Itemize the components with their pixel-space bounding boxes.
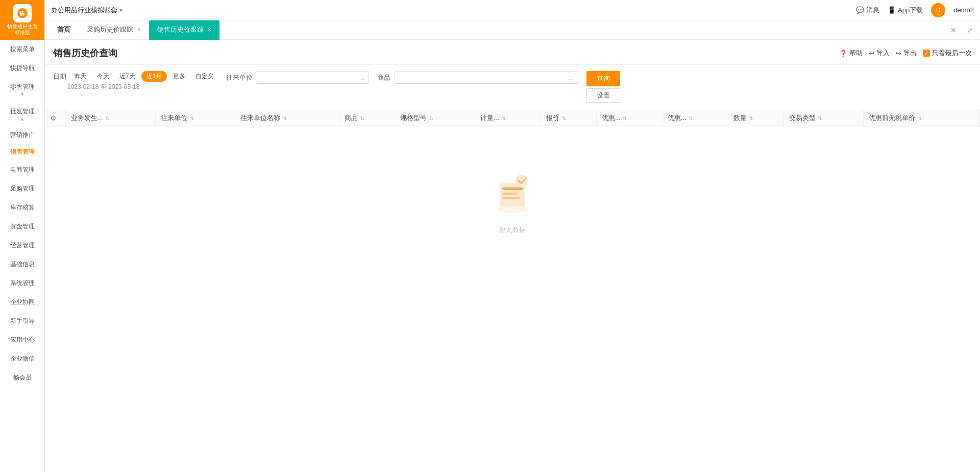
sidebar-item-retail-mgmt[interactable]: 零售管理 ▼ [0, 78, 44, 102]
tab-close-icon[interactable]: × [208, 26, 211, 33]
sidebar-item-ecommerce[interactable]: 电商管理 [0, 160, 44, 179]
date-btn-更多[interactable]: 更多 [169, 71, 189, 82]
topbar-app-btn[interactable]: 📱 App下载 [888, 6, 923, 15]
th-label: 规格型号 [400, 114, 427, 122]
help-icon: ❓ [839, 50, 847, 57]
checkbox-icon: ✓ [923, 50, 930, 57]
empty-text: 暂无数据 [499, 225, 526, 234]
sidebar-item-search-order[interactable]: 搜索菜单 [0, 40, 44, 59]
table-header-row: ⚙业务发生... ⇅往来单位 ⇅往来单位名称 ⇅商品 ⇅规格型号 ⇅计量... … [45, 109, 980, 127]
table-settings-gear-icon[interactable]: ⚙ [50, 114, 57, 122]
topbar-username[interactable]: demo2 [953, 6, 974, 14]
sort-icon: ⇅ [359, 115, 364, 121]
tabs-right-actions: ✕ ⤢ [947, 24, 976, 36]
empty-icon [487, 168, 538, 219]
sidebar-item-label: 库存核算 [10, 203, 35, 212]
sidebar-item-label: 批发管理 [10, 107, 35, 116]
sidebar-item-label: 快捷导航 [10, 64, 35, 73]
sidebar-item-label: 资金管理 [10, 222, 35, 231]
sidebar-item-quick-nav[interactable]: 快捷导航 [0, 59, 44, 78]
close-tab-btn[interactable]: ✕ [947, 24, 960, 36]
only-last-checkbox[interactable]: ✓ 只看最后一次 [923, 49, 972, 58]
sidebar-item-label: 搜索菜单 [10, 45, 35, 54]
sidebar-item-newbie[interactable]: 新手引导 [0, 312, 44, 331]
th-label: 商品 [345, 114, 358, 122]
th-product[interactable]: 商品 ⇅ [339, 109, 395, 127]
th-biz_date[interactable]: 业务发生... ⇅ [65, 109, 155, 127]
th-settings[interactable]: ⚙ [45, 109, 65, 127]
sidebar-item-finance[interactable]: 资金管理 [0, 217, 44, 236]
svg-text:畅: 畅 [19, 11, 24, 16]
th-counterpart_code[interactable]: 往来单位 ⇅ [155, 109, 235, 127]
main-area: 办公用品行业模拟账套 ▾ 💬 消息 📱 App下载 D demo2 首页采购历史… [45, 0, 980, 472]
tab-label: 销售历史价跟踪 [157, 25, 204, 34]
th-label: 业务发生... [71, 114, 103, 122]
logo-icon: 畅 [13, 4, 32, 22]
th-spec[interactable]: 规格型号 ⇅ [395, 109, 475, 127]
import-btn[interactable]: ↩ 导入 [869, 49, 890, 58]
sort-icon: ⇅ [428, 115, 433, 121]
settings-button[interactable]: 设置 [586, 88, 620, 103]
date-btn-昨天[interactable]: 昨天 [70, 71, 91, 82]
th-trade_type[interactable]: 交易类型 ⇅ [783, 109, 864, 127]
sidebar: 畅 畅捷通好生意 标准版 搜索菜单快捷导航零售管理 ▼批发管理 ▲营销推广销售管… [0, 0, 45, 472]
th-label: 往来单位名称 [240, 114, 280, 122]
sidebar-logo: 畅 畅捷通好生意 标准版 [0, 0, 44, 40]
sidebar-item-ops-mgmt[interactable]: 经营管理 [0, 236, 44, 255]
sidebar-item-label: 企业协同 [10, 298, 35, 306]
sidebar-item-label: 应用中心 [10, 336, 35, 344]
sidebar-item-sales-mgmt[interactable]: 销售管理 [0, 144, 44, 160]
counterpart-filter-label: 往来单位 [226, 73, 253, 82]
sidebar-item-label: 系统管理 [10, 279, 35, 288]
query-button[interactable]: 查询 [586, 71, 620, 86]
th-unit[interactable]: 计量... ⇅ [475, 109, 541, 127]
th-discount2[interactable]: 优惠... ⇅ [662, 109, 728, 127]
tab-sales-history[interactable]: 销售历史价跟踪× [149, 20, 219, 40]
th-pre_tax_price[interactable]: 优惠前无税单价 ⇅ [864, 109, 980, 127]
sort-icon: ⇅ [560, 115, 566, 121]
tab-label: 首页 [57, 25, 70, 34]
sidebar-item-system-mgmt[interactable]: 系统管理 [0, 274, 44, 293]
content-area: 销售历史价查询 ❓ 帮助 ↩ 导入 ↪ 导出 ✓ [45, 40, 980, 472]
empty-area: 暂无数据 [45, 127, 980, 265]
counterpart-input[interactable]: ... [257, 71, 369, 84]
th-discount1[interactable]: 优惠... ⇅ [596, 109, 662, 127]
date-btn-今天[interactable]: 今天 [93, 71, 113, 82]
tab-purchase-history[interactable]: 采购历史价跟踪× [79, 20, 149, 40]
user-avatar[interactable]: D [931, 3, 945, 17]
help-btn[interactable]: ❓ 帮助 [839, 49, 863, 58]
date-btn-自定义[interactable]: 自定义 [191, 71, 218, 82]
th-label: 报价 [546, 114, 559, 122]
th-quantity[interactable]: 数量 ⇅ [728, 109, 783, 127]
tab-home[interactable]: 首页 [49, 20, 79, 40]
sidebar-item-enterprise-wx[interactable]: 企业微信 [0, 349, 44, 368]
sidebar-item-enterprise[interactable]: 企业协同 [0, 293, 44, 312]
th-counterpart_name[interactable]: 往来单位名称 ⇅ [235, 109, 339, 127]
help-label: 帮助 [849, 49, 863, 58]
tab-close-icon[interactable]: × [137, 26, 141, 33]
export-btn[interactable]: ↪ 导出 [896, 49, 917, 58]
topbar-dropdown-icon[interactable]: ▾ [119, 7, 122, 14]
sidebar-item-inventory[interactable]: 库存核算 [0, 198, 44, 217]
date-btn-近7天[interactable]: 近7天 [115, 71, 139, 82]
maximize-tab-btn[interactable]: ⤢ [964, 24, 976, 36]
sidebar-item-basic-info[interactable]: 基础信息 [0, 255, 44, 274]
chevron-icon: ▲ [20, 116, 25, 122]
product-filter-label: 商品 [377, 73, 390, 82]
product-input[interactable]: ... [395, 71, 578, 84]
sidebar-item-app-center[interactable]: 应用中心 [0, 331, 44, 349]
sidebar-item-wholesale-mgmt[interactable]: 批发管理 ▲ [0, 102, 44, 127]
topbar-message-btn[interactable]: 💬 消息 [856, 6, 879, 15]
export-label: 导出 [903, 49, 917, 58]
sidebar-item-member[interactable]: 畅会员 [0, 368, 44, 387]
counterpart-filter-group: 往来单位 ... [226, 71, 369, 84]
sort-icon: ⇅ [688, 115, 693, 121]
sidebar-item-marketing[interactable]: 营销推广 [0, 127, 44, 144]
th-quote[interactable]: 报价 ⇅ [541, 109, 596, 127]
date-btn-近1月[interactable]: 近1月 [141, 71, 167, 82]
sidebar-item-purchase-mgmt[interactable]: 采购管理 [0, 179, 44, 198]
export-icon: ↪ [896, 50, 901, 57]
filter-area: 日期 昨天今天近7天近1月更多自定义 2023-02-18 至 2023-03-… [45, 65, 980, 109]
filter-date-group: 日期 昨天今天近7天近1月更多自定义 2023-02-18 至 2023-03-… [53, 71, 218, 91]
tab-label: 采购历史价跟踪 [87, 25, 133, 34]
